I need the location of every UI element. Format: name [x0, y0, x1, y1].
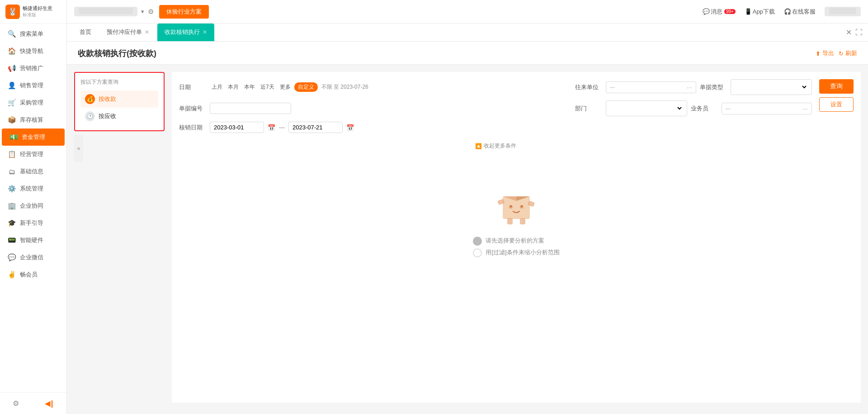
salesperson-input[interactable]	[726, 105, 802, 112]
sidebar-item-quick-nav[interactable]: 🏠 快捷导航	[0, 43, 66, 60]
doc-type-label: 单据类型	[700, 83, 727, 91]
empty-hint-1: 请先选择要分析的方案	[473, 235, 559, 247]
guide-icon: 🎓	[7, 219, 16, 227]
topbar-settings-icon[interactable]: ⚙	[148, 8, 154, 16]
doc-no-input[interactable]	[210, 103, 291, 114]
writeoff-date-col: 核销日期 📅 — 📅	[179, 122, 812, 133]
writeoff-end-input[interactable]	[288, 122, 343, 133]
sidebar-item-wechat[interactable]: 💬 企业微信	[0, 249, 66, 266]
sidebar-item-purchase[interactable]: 🛒 采购管理	[0, 94, 66, 111]
date-btn-more[interactable]: 更多	[278, 82, 292, 92]
topbar-dropdown-icon[interactable]: ▾	[141, 8, 144, 15]
operations-icon: 📋	[7, 150, 16, 158]
headset-icon: 🎧	[784, 8, 791, 15]
content-area: 收款核销执行(按收款) ⬆ 导出 ↻ 刷新 按以下方案查询 💰	[67, 42, 868, 414]
collapse-more-conditions[interactable]: 🔼 收起更多条件	[179, 138, 812, 153]
inventory-icon: 📦	[7, 116, 16, 124]
industry-btn[interactable]: 休验行业方案	[159, 5, 209, 19]
marketing-icon: 📢	[7, 64, 16, 72]
enterprise-icon: 🏢	[7, 202, 16, 210]
writeoff-start-input[interactable]	[210, 122, 264, 133]
date-col: 日期 上月 本月 本年 近7天 更多 自定义	[179, 82, 571, 92]
filter-by-receipt[interactable]: 💰 按收款	[80, 90, 158, 108]
settings-footer-icon[interactable]: ⚙	[13, 399, 19, 408]
salesperson-more-icon[interactable]: ···	[802, 105, 808, 112]
tab-home[interactable]: 首页	[72, 24, 99, 41]
quick-nav-icon: 🏠	[7, 47, 16, 55]
tab-receipt-close[interactable]: ✕	[203, 29, 207, 35]
date-separator: —	[279, 124, 285, 131]
svg-point-3	[510, 205, 512, 207]
counterpart-more-icon[interactable]: ···	[687, 84, 692, 91]
filter-box: 按以下方案查询 💰 按收款 🕐 按应收	[74, 72, 165, 131]
sidebar-item-inventory[interactable]: 📦 库存核算	[0, 111, 66, 128]
form-row-3: 核销日期 📅 — 📅	[179, 122, 812, 133]
purchase-icon: 🛒	[7, 99, 16, 107]
wechat-icon: 💬	[7, 253, 16, 262]
sidebar-item-vip[interactable]: ✌ 畅会员	[0, 266, 66, 283]
filter-collapse-btn[interactable]: «	[74, 135, 83, 162]
app-download-btn[interactable]: 📱 App下载	[745, 8, 775, 16]
user-info[interactable]	[825, 7, 861, 16]
date-btn-this-month[interactable]: 本月	[226, 82, 241, 92]
collapse-sidebar-btn[interactable]: ◀‖	[45, 399, 54, 408]
action-buttons: 查询 设置	[819, 79, 854, 112]
settings-btn[interactable]: 设置	[819, 97, 854, 112]
sidebar-item-sales[interactable]: 👤 销售管理	[0, 77, 66, 94]
counterpart-input[interactable]	[610, 84, 687, 90]
filter-receivable-icon: 🕐	[85, 111, 95, 121]
tab-prepay[interactable]: 预付冲应付单 ✕	[99, 24, 156, 41]
filter-by-receivable[interactable]: 🕐 按应收	[80, 108, 158, 125]
tab-close-all-icon[interactable]: ✕	[846, 28, 852, 37]
sidebar-item-smart-hw[interactable]: 📟 智能硬件	[0, 232, 66, 249]
date-btn-this-year[interactable]: 本年	[242, 82, 257, 92]
form-row-1: 日期 上月 本月 本年 近7天 更多 自定义	[179, 79, 812, 95]
collapse-more-icon: 🔼	[475, 143, 482, 149]
export-icon: ⬆	[816, 50, 821, 57]
sidebar-item-basic-info[interactable]: 🗂 基础信息	[0, 163, 66, 180]
sidebar-item-guide[interactable]: 🎓 新手引导	[0, 214, 66, 232]
empty-hint-2: 用[过滤]条件来缩小分析范围	[473, 247, 559, 258]
date-btn-7days[interactable]: 近7天	[259, 82, 276, 92]
main-area: ▾ ⚙ 休验行业方案 💬 消息 99+ 📱 App下载 🎧 在线客服	[67, 0, 868, 414]
dept-col: 部门	[575, 100, 687, 116]
tab-expand-icon[interactable]: ⛶	[855, 29, 863, 37]
counterpart-label: 往来单位	[575, 83, 602, 91]
date-buttons: 上月 本月 本年 近7天 更多 自定义 不限 至 2023-07-26	[210, 82, 368, 92]
sidebar-item-system[interactable]: ⚙️ 系统管理	[0, 180, 66, 197]
page-header: 收款核销执行(按收款) ⬆ 导出 ↻ 刷新	[67, 42, 868, 65]
date-range-text: 不限 至 2023-07-26	[321, 83, 368, 91]
doc-type-select[interactable]	[735, 81, 808, 93]
sidebar-item-finance[interactable]: 💵 资金管理	[2, 128, 65, 146]
sidebar: 🐰 畅捷通好生意 标准版 🔍 搜索菜单 🏠 快捷导航 📢 营销推广 👤 销售管理…	[0, 0, 67, 414]
message-btn[interactable]: 💬 消息 99+	[703, 8, 736, 16]
filter-receipt-icon: 💰	[85, 94, 95, 104]
doc-no-col: 单据编号	[179, 103, 571, 114]
message-badge: 99+	[724, 9, 736, 14]
writeoff-end-calendar-icon[interactable]: 📅	[346, 124, 354, 131]
svg-rect-6	[520, 218, 525, 224]
sales-icon: 👤	[7, 81, 16, 90]
writeoff-date-label: 核销日期	[179, 124, 206, 132]
form-row-2: 单据编号 部门	[179, 100, 812, 116]
date-btn-last-month[interactable]: 上月	[210, 82, 224, 92]
salesperson-input-wrap: ···	[722, 103, 812, 114]
export-btn[interactable]: ⬆ 导出	[816, 49, 834, 57]
sidebar-item-enterprise[interactable]: 🏢 企业协同	[0, 197, 66, 214]
tab-receipt[interactable]: 收款核销执行 ✕	[157, 24, 214, 41]
online-service-btn[interactable]: 🎧 在线客服	[784, 8, 816, 16]
tab-prepay-close[interactable]: ✕	[145, 29, 149, 35]
writeoff-start-calendar-icon[interactable]: 📅	[268, 124, 275, 131]
refresh-btn[interactable]: ↻ 刷新	[839, 49, 857, 57]
date-btn-custom[interactable]: 自定义	[294, 82, 318, 92]
salesperson-label: 业务员	[691, 105, 718, 113]
sidebar-item-marketing[interactable]: 📢 营销推广	[0, 60, 66, 77]
counterpart-col: 往来单位 ···	[575, 81, 696, 93]
doc-type-col: 单据类型	[700, 79, 812, 95]
sidebar-item-operations[interactable]: 📋 经营管理	[0, 146, 66, 163]
svg-point-4	[521, 205, 523, 207]
query-btn[interactable]: 查询	[819, 79, 854, 94]
dept-select[interactable]	[610, 103, 683, 114]
sidebar-item-search-menu[interactable]: 🔍 搜索菜单	[0, 25, 66, 43]
dept-select-wrap	[606, 100, 687, 116]
